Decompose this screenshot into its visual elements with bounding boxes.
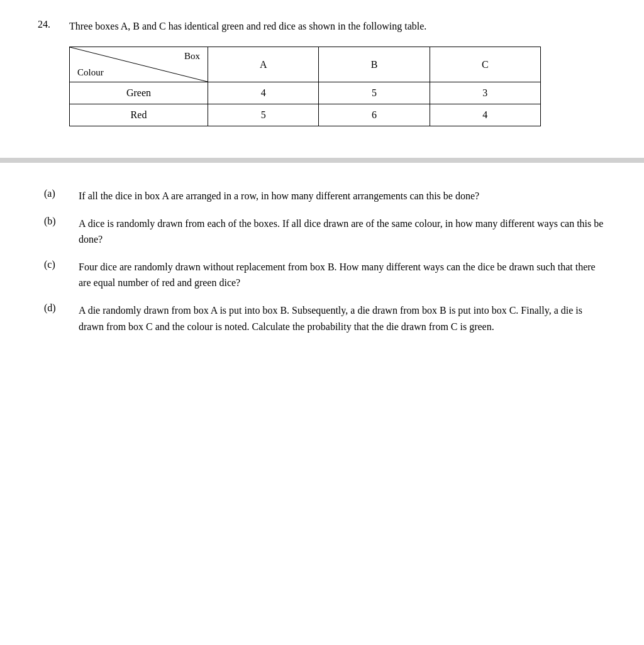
top-section: 24. Three boxes A, B and C has identical… — [0, 0, 644, 152]
row-label-red: Red — [70, 104, 208, 126]
sub-question-b: (b) A dice is randomly drawn from each o… — [44, 216, 606, 248]
green-a: 4 — [208, 82, 319, 104]
sub-question-a: (a) If all the dice in box A are arrange… — [44, 188, 606, 204]
question-number: 24. — [38, 19, 69, 30]
sub-label-b: (b) — [44, 216, 66, 227]
table-container: Box Colour A B C Green 4 5 3 — [69, 47, 606, 126]
green-c: 3 — [430, 82, 540, 104]
dice-table: Box Colour A B C Green 4 5 3 — [69, 47, 541, 126]
table-row-green: Green 4 5 3 — [70, 82, 541, 104]
colour-label: Colour — [77, 67, 104, 78]
section-divider — [0, 158, 644, 163]
bottom-section: (a) If all the dice in box A are arrange… — [0, 163, 644, 645]
sub-label-a: (a) — [44, 188, 66, 199]
question-header: 24. Three boxes A, B and C has identical… — [38, 19, 606, 34]
sub-label-d: (d) — [44, 302, 66, 314]
table-header-cell: Box Colour — [70, 47, 208, 82]
red-c: 4 — [430, 104, 540, 126]
sub-question-c: (c) Four dice are randomly drawn without… — [44, 259, 606, 291]
page: 24. Three boxes A, B and C has identical… — [0, 0, 644, 645]
sub-question-d: (d) A die randomly drawn from box A is p… — [44, 302, 606, 334]
table-row-red: Red 5 6 4 — [70, 104, 541, 126]
col-header-b: B — [319, 47, 430, 82]
sub-text-c: Four dice are randomly drawn without rep… — [79, 259, 606, 291]
col-header-c: C — [430, 47, 540, 82]
red-b: 6 — [319, 104, 430, 126]
sub-label-c: (c) — [44, 259, 66, 270]
question-text: Three boxes A, B and C has identical gre… — [69, 19, 606, 34]
row-label-green: Green — [70, 82, 208, 104]
sub-text-b: A dice is randomly drawn from each of th… — [79, 216, 606, 248]
red-a: 5 — [208, 104, 319, 126]
sub-text-d: A die randomly drawn from box A is put i… — [79, 302, 606, 334]
col-header-a: A — [208, 47, 319, 82]
green-b: 5 — [319, 82, 430, 104]
sub-text-a: If all the dice in box A are arranged in… — [79, 188, 606, 204]
box-label: Box — [184, 51, 200, 62]
sub-questions: (a) If all the dice in box A are arrange… — [44, 188, 606, 334]
